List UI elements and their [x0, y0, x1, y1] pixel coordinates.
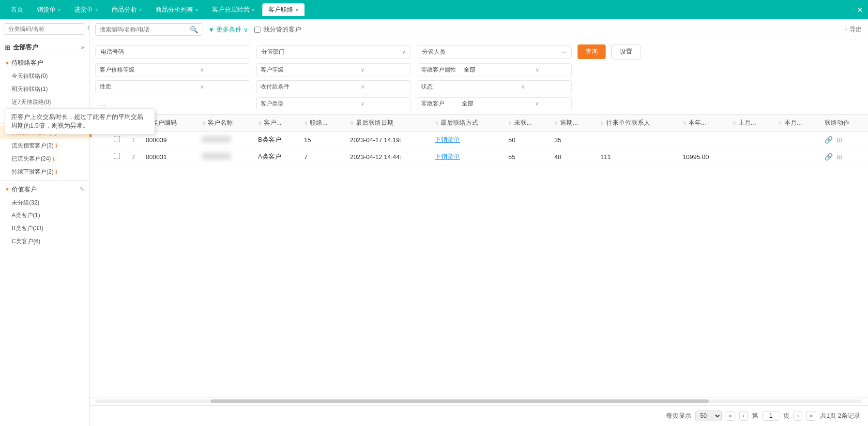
- filter-toolbar: 🔍 ▼ 更多条件 ∨ 我分管的客户 ↑ 导出: [90, 19, 868, 40]
- customer-type-filter[interactable]: 客户类型 ∨: [256, 97, 411, 110]
- row2-last-method: 下销货单: [430, 148, 503, 165]
- edit-icon[interactable]: ✎: [80, 186, 84, 192]
- sidebar-item-today[interactable]: 今天待联络(0): [0, 70, 89, 83]
- sort-icon-lmo: ⇅: [732, 120, 736, 126]
- table-section: ⚙ ⇅ 客户编码 ⇅ 客户名称: [90, 115, 868, 397]
- row2-overdue: 48: [549, 148, 595, 165]
- sidebar-item-lost[interactable]: 已流失客户(24) ℹ: [0, 152, 89, 165]
- export-btn[interactable]: ↑ 导出: [845, 25, 863, 34]
- row1-action-icons: 🔗 ⊞: [824, 136, 863, 144]
- sort-icon-ld: ⇅: [350, 120, 354, 126]
- row1-contact-person: [595, 132, 678, 148]
- sidebar-item-class-a[interactable]: A类客户(1): [0, 209, 89, 222]
- nav-item-sales[interactable]: 销货单 ×: [31, 3, 66, 16]
- row1-name-blurred: [202, 136, 231, 143]
- settings-button[interactable]: 设置: [611, 44, 640, 59]
- horizontal-scrollbar[interactable]: [90, 397, 868, 405]
- sidebar-item-declining[interactable]: 持续下滑客户(2) ℹ: [0, 165, 89, 178]
- sidebar-item-7days[interactable]: 近7天待联络(0): [0, 96, 89, 109]
- row1-method-link[interactable]: 下销货单: [435, 136, 460, 143]
- prev-page-btn[interactable]: ‹: [739, 411, 748, 421]
- scroll-thumb[interactable]: [211, 399, 709, 403]
- person-label: 分管人员: [422, 48, 451, 56]
- col-contact-person: ⇅ 往来单位联系人: [595, 115, 678, 132]
- sort-icon-cp: ⇅: [600, 120, 604, 126]
- price-level-dropdown-icon[interactable]: ∨: [200, 67, 246, 73]
- row2-checkbox: [109, 148, 126, 165]
- gender-filter[interactable]: 性质 ∨: [95, 80, 250, 93]
- my-customers-checkbox[interactable]: 我分管的客户: [254, 25, 301, 34]
- close-analysis-list-icon[interactable]: ×: [195, 7, 198, 13]
- col-overdue: ⇅ 逾期...: [549, 115, 595, 132]
- sidebar: 🔍 ⊞ 全部客户 » ▼ 待联络客户 今天待联络(0) 明天待联络(1) 近7天…: [0, 19, 90, 426]
- sidebar-search-input[interactable]: [4, 23, 85, 35]
- more-filter-btn[interactable]: ▼ 更多条件 ∨: [208, 25, 248, 34]
- nav-item-home[interactable]: 首页: [5, 3, 29, 16]
- price-level-filter[interactable]: 客户价格等级 ∨: [95, 63, 250, 76]
- nav-item-purchase[interactable]: 进货单 ×: [68, 3, 104, 16]
- row1-grid-icon[interactable]: ⊞: [837, 136, 842, 144]
- per-page-select[interactable]: 50 100 200: [695, 411, 722, 421]
- retail-customer-dropdown-icon[interactable]: ∨: [535, 101, 568, 107]
- next-page-btn[interactable]: ›: [793, 411, 802, 421]
- row1-last-date: 2023-04-17 14:19:: [345, 132, 430, 148]
- tooltip-box: 距客户上次交易时长，超过了此客户的平均交易周期的1.5倍，则视为异常。: [5, 108, 155, 134]
- nav-item-customer-contact[interactable]: 客户联络 ×: [262, 3, 304, 16]
- customer-type-dropdown-icon[interactable]: ∨: [361, 101, 407, 107]
- customer-level-dropdown-icon[interactable]: ∨: [361, 67, 407, 73]
- row2-last-date: 2023-04-12 14:44:: [345, 148, 430, 165]
- gender-dropdown-icon[interactable]: ∨: [200, 84, 246, 90]
- close-all-tabs-icon[interactable]: ✕: [857, 5, 863, 15]
- row1-link-icon[interactable]: 🔗: [824, 136, 833, 144]
- nav-item-customer-tier[interactable]: 客户分层经营 ×: [206, 3, 260, 16]
- my-customers-check[interactable]: [254, 27, 260, 33]
- sidebar-item-class-b[interactable]: B类客户(33): [0, 222, 89, 235]
- page-input[interactable]: [762, 411, 779, 421]
- row2-link-icon[interactable]: 🔗: [824, 153, 833, 161]
- close-customer-tier-icon[interactable]: ×: [252, 7, 255, 13]
- row2-method-link[interactable]: 下销货单: [435, 153, 460, 160]
- top-nav: 首页 销货单 × 进货单 × 商品分析 × 商品分析列表 × 客户分层经营 × …: [0, 0, 868, 19]
- sidebar-group-pending[interactable]: ▼ 待联络客户: [0, 56, 89, 70]
- person-filter: 分管人员 ···: [417, 45, 572, 59]
- status-filter[interactable]: 状态 ∨: [417, 80, 572, 93]
- row2-code: 000031: [141, 148, 197, 165]
- nav-item-analysis-list[interactable]: 商品分析列表 ×: [150, 3, 204, 16]
- payment-filter[interactable]: 收付款条件 ∨: [256, 80, 411, 93]
- sidebar-item-class-c[interactable]: C类客户(6): [0, 235, 89, 248]
- search-icon[interactable]: 🔍: [190, 26, 198, 33]
- retail-attr-filter[interactable]: 零散客户属性 全部 ∨: [417, 63, 572, 76]
- row2-this-month: [774, 148, 820, 165]
- last-page-btn[interactable]: »: [806, 411, 816, 421]
- search-input[interactable]: [100, 26, 187, 33]
- first-page-btn[interactable]: «: [726, 411, 736, 421]
- row1-this-year: [678, 132, 728, 148]
- sidebar-group-value[interactable]: ▼ 价值客户 ✎: [0, 183, 89, 196]
- collapse-sidebar-icon[interactable]: »: [81, 44, 84, 51]
- phone-filter: 电话号码: [95, 45, 250, 59]
- retail-attr-dropdown-icon[interactable]: ∨: [535, 67, 567, 73]
- dept-dropdown-icon[interactable]: ∨: [402, 49, 406, 55]
- row2-grid-icon[interactable]: ⊞: [837, 153, 842, 161]
- price-level-label: 客户价格等级: [100, 66, 146, 74]
- close-customer-contact-icon[interactable]: ×: [295, 7, 298, 13]
- query-button[interactable]: 查询: [578, 44, 606, 59]
- customer-level-filter[interactable]: 客户等级 ∨: [256, 63, 411, 76]
- retail-customer-filter[interactable]: 零散客户 全部 ∨: [417, 97, 572, 110]
- row2-contact-person: 111: [595, 148, 678, 165]
- close-purchase-icon[interactable]: ×: [95, 7, 98, 13]
- row1-last-month: [728, 132, 774, 148]
- row2-select[interactable]: [114, 153, 120, 159]
- person-ellipsis[interactable]: ···: [561, 48, 566, 56]
- status-dropdown-icon[interactable]: ∨: [521, 84, 567, 90]
- payment-dropdown-icon[interactable]: ∨: [361, 84, 407, 90]
- sidebar-item-tomorrow[interactable]: 明天待联络(1): [0, 83, 89, 96]
- sidebar-item-loss-warning[interactable]: 流失预警客户(3) ℹ: [0, 139, 89, 152]
- row1-select[interactable]: [114, 136, 120, 142]
- nav-item-analysis[interactable]: 商品分析 ×: [106, 3, 148, 16]
- row2-action-icons: 🔗 ⊞: [824, 153, 863, 161]
- close-analysis-icon[interactable]: ×: [139, 7, 142, 13]
- close-sales-icon[interactable]: ×: [58, 7, 61, 13]
- filter-row-3: 性质 ∨ 收付款条件 ∨ 状态 ∨: [95, 80, 862, 93]
- sidebar-item-unclassified[interactable]: 未分组(32): [0, 196, 89, 209]
